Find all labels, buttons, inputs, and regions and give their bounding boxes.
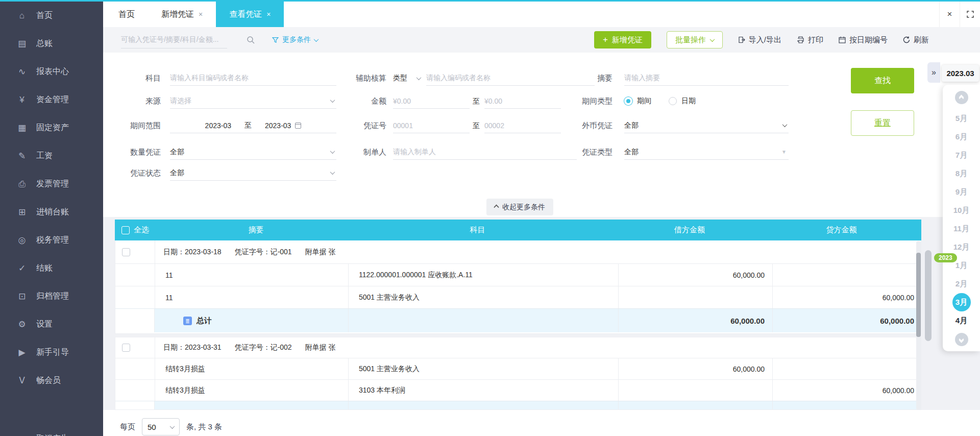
- amount-to-input[interactable]: ¥0.00: [484, 93, 561, 109]
- sidebar-item-general-ledger[interactable]: ▤总账: [0, 30, 103, 58]
- sidebar-item-purchase-sales[interactable]: ⊞进销台账: [0, 198, 103, 226]
- month-item[interactable]: 4月: [955, 311, 967, 330]
- tab-new-voucher[interactable]: 新增凭证×: [148, 2, 216, 27]
- closing-icon: ✓: [16, 263, 28, 274]
- sidebar-item-fixed-assets[interactable]: ▦固定资产: [0, 114, 103, 142]
- month-item[interactable]: 7月: [955, 146, 967, 164]
- import-export-button[interactable]: 导入/导出: [738, 35, 781, 45]
- aux-type-select[interactable]: 类型: [393, 70, 423, 86]
- foreign-currency-select[interactable]: 全部: [624, 118, 789, 133]
- close-tab-icon[interactable]: ×: [199, 10, 203, 18]
- sidebar-item-settings[interactable]: ⚙设置: [0, 310, 103, 338]
- payroll-icon: ✎: [16, 151, 28, 161]
- double-chevron-right-icon: »: [932, 68, 936, 77]
- search-button[interactable]: 查找: [851, 68, 914, 93]
- voucher-group-header[interactable]: 日期：2023-03-31 凭证字号：记-002 附单据 张: [115, 337, 921, 358]
- period-from-value[interactable]: 2023-03: [205, 122, 231, 130]
- period-to-value[interactable]: 2023-03: [265, 122, 301, 130]
- page-scrollbar-thumb[interactable]: [925, 250, 932, 341]
- subject-input[interactable]: 请输入科目编码或者名称: [170, 70, 336, 86]
- voucher-no-from-input[interactable]: 00001: [393, 118, 470, 133]
- amount-label: 金额: [339, 93, 386, 109]
- per-page-select[interactable]: 50: [142, 418, 180, 435]
- table-scrollbar-thumb[interactable]: [916, 253, 921, 337]
- month-item[interactable]: 10月: [953, 201, 970, 220]
- sidebar-item-funds[interactable]: ¥资金管理: [0, 86, 103, 114]
- table-row[interactable]: 11 5001 主营业务收入 60,000.00: [115, 286, 921, 308]
- refresh-button[interactable]: 刷新: [903, 35, 929, 45]
- radio-date[interactable]: 日期: [669, 96, 696, 106]
- archive-icon: ⊡: [16, 291, 28, 302]
- to-word: 至: [473, 93, 480, 109]
- close-tab-icon[interactable]: ×: [266, 10, 271, 18]
- summary-input[interactable]: 请输入摘要: [624, 70, 789, 86]
- source-select[interactable]: 请选择: [170, 93, 336, 109]
- more-filters-toggle[interactable]: 更多条件: [272, 35, 318, 44]
- sidebar-item-archive[interactable]: ⊡归档管理: [0, 282, 103, 310]
- sidebar-item-home[interactable]: ⌂首页: [0, 2, 103, 30]
- table-scrollbar[interactable]: [916, 241, 921, 410]
- sidebar-item-label: 税务管理: [36, 235, 69, 246]
- table-row[interactable]: 结转3月损益 5001 主营业务收入 60,000.00: [115, 358, 921, 379]
- reset-button[interactable]: 重置: [851, 110, 914, 136]
- sidebar-item-closing[interactable]: ✓结账: [0, 254, 103, 282]
- value: 00001: [393, 122, 413, 130]
- table-header: 全选 摘要 科目 借方金额 贷方金额: [115, 220, 921, 240]
- select-all-checkbox[interactable]: [121, 226, 130, 234]
- month-item[interactable]: 12月: [953, 238, 970, 256]
- sidebar-item-membership[interactable]: Ⅴ畅会员: [0, 367, 103, 395]
- voucher-type-select[interactable]: 全部▼: [624, 144, 789, 160]
- radio-selected-icon: [624, 97, 632, 105]
- sidebar-item-guide[interactable]: ▶新手引导: [0, 338, 103, 367]
- month-item[interactable]: 11月: [953, 220, 969, 238]
- close-window-button[interactable]: ×: [939, 2, 960, 27]
- month-item-selected[interactable]: 3月: [952, 293, 971, 311]
- search-placeholder: 可输入凭证号/摘要/科目/金额...: [121, 35, 218, 44]
- sidebar-item-payroll[interactable]: ✎工资: [0, 142, 103, 170]
- voucher-group: 日期：2023-03-31 凭证字号：记-002 附单据 张 结转3月损益 50…: [115, 337, 921, 410]
- quantity-voucher-select[interactable]: 全部: [170, 144, 336, 160]
- voucher-no-to-input[interactable]: 00002: [484, 118, 561, 133]
- chevron-down-icon: [709, 37, 715, 42]
- month-item[interactable]: 6月: [955, 128, 967, 146]
- number-by-date-button[interactable]: 按日期编号: [839, 35, 888, 45]
- sidebar-item-label: 报表中心: [36, 66, 69, 77]
- month-item[interactable]: 8月: [955, 164, 967, 183]
- row-checkbox[interactable]: [122, 248, 130, 256]
- collapse-panel-handle[interactable]: »: [927, 62, 940, 83]
- sidebar-item-tax[interactable]: ◎税务管理: [0, 226, 103, 254]
- cell-subject: 3103 本年利润: [348, 380, 618, 401]
- row-checkbox[interactable]: [122, 344, 130, 352]
- tab-view-voucher[interactable]: 查看凭证×: [216, 0, 284, 27]
- voucher-group-header[interactable]: 日期：2023-03-18 凭证字号：记-001 附单据 张: [115, 240, 921, 263]
- radio-period[interactable]: 期间: [624, 96, 651, 106]
- search-icon[interactable]: [247, 36, 255, 44]
- month-item[interactable]: 2月: [955, 275, 967, 293]
- new-voucher-button[interactable]: +新增凭证: [594, 31, 651, 49]
- amount-from-input[interactable]: ¥0.00: [393, 93, 470, 109]
- selected-value: 全部: [170, 168, 184, 178]
- sidebar-item-invoices[interactable]: ⎙发票管理: [0, 170, 103, 198]
- sidebar-item-report-center[interactable]: ∿报表中心: [0, 58, 103, 86]
- tax-icon: ◎: [16, 235, 28, 246]
- voucher-search-input[interactable]: 可输入凭证号/摘要/科目/金额...: [121, 31, 227, 49]
- voucher-attachment: 附单据 张: [305, 343, 336, 352]
- table-row[interactable]: 11 1122.000001.000001 应收账款.A.11 60,000.0…: [115, 263, 921, 286]
- tab-label: 首页: [118, 9, 135, 20]
- fullscreen-button[interactable]: [960, 2, 980, 27]
- batch-actions-button[interactable]: 批量操作: [667, 31, 723, 49]
- sidebar-item-cancel-ads[interactable]: ◀✕取消广告: [0, 425, 103, 436]
- scroll-months-up-button[interactable]: [955, 91, 968, 104]
- scroll-months-down-button[interactable]: [955, 333, 968, 346]
- number-by-date-label: 按日期编号: [849, 35, 888, 45]
- tab-home[interactable]: 首页: [105, 2, 148, 27]
- maker-input[interactable]: 请输入制单人: [393, 144, 577, 160]
- print-button[interactable]: 打印: [797, 35, 823, 45]
- collapse-more-filters-button[interactable]: 收起更多条件: [486, 199, 553, 215]
- month-item[interactable]: 5月: [955, 109, 967, 128]
- voucher-status-select[interactable]: 全部: [170, 165, 336, 181]
- month-item[interactable]: 9月: [955, 183, 967, 201]
- month-item[interactable]: 1月: [955, 256, 967, 275]
- period-range-input[interactable]: 2023-03 至 2023-03: [170, 118, 336, 133]
- table-row[interactable]: 结转3月损益 3103 本年利润 60,000.00: [115, 379, 921, 401]
